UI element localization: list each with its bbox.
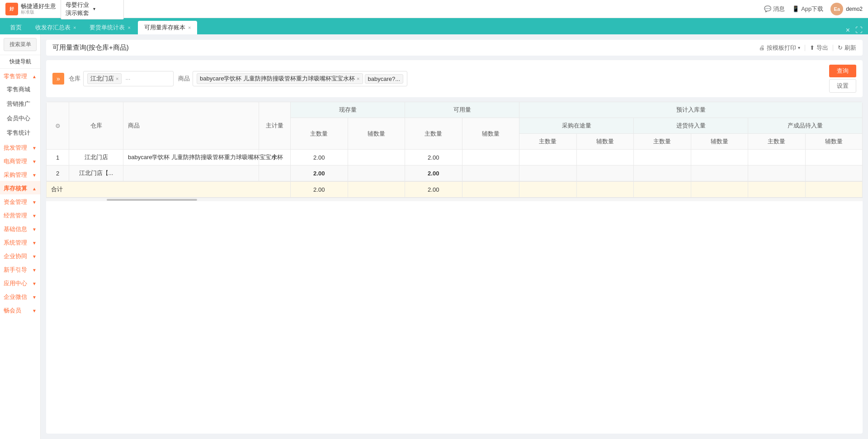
row-pur-transit-aux [576,150,634,165]
tab-close-available[interactable]: × [188,25,191,30]
available-main-header: 主数量 [405,118,462,150]
refresh-button[interactable]: ↻ 刷新 [838,44,856,52]
sidebar-section-operations[interactable]: 经营管理 ▼ [0,208,40,222]
download-icon: 📱 [792,5,799,12]
row-prod-pending-aux-subtotal [805,165,863,182]
user-menu[interactable]: Ea demo2 [830,3,863,15]
inc-pending-aux-header: 辅数量 [691,134,748,150]
sidebar-section-system[interactable]: 系统管理 ▼ [0,235,40,249]
row-product: babycare学饮杯 儿童防摔防撞吸管杯重力球吸嘴杯宝宝水杯 [123,150,259,165]
export-button[interactable]: ⬆ 导出 [810,44,828,52]
warehouse-input[interactable]: 江北门店 × ··· [83,71,174,86]
print-button[interactable]: 🖨 按模板打印 ▾ [759,44,800,52]
product-tag-1: babycare学饮杯 儿童防摔防撞吸管杯重力球吸嘴杯宝宝水杯 × [197,73,363,84]
top-bar: 好 畅捷通好生意 标准版 母婴行业演示账套 ▾ 💬 消息 📱 App下载 Ea … [0,0,868,18]
page-title: 可用量查询(按仓库+商品) [52,43,129,52]
top-bar-left: 好 畅捷通好生意 标准版 母婴行业演示账套 ▾ [5,0,124,19]
table-row: 1 江北门店 babycare学饮杯 儿童防摔防撞吸管杯重力球吸嘴杯宝宝水杯 个… [47,150,863,165]
warehouse-tag: 江北门店 × [87,73,122,84]
message-button[interactable]: 💬 消息 [764,5,785,13]
summary-inc-pending-aux [691,181,748,198]
summary-pur-transit-main [519,181,577,198]
row-available-main-subtotal: 2.00 [405,165,462,182]
sidebar-search-area: 搜索菜单 [0,34,40,55]
scrollbar-thumb[interactable] [107,199,197,201]
sidebar-section-enterprise[interactable]: 企业协同 ▼ [0,249,40,262]
row-prod-pending-aux [805,150,863,165]
app-download-button[interactable]: 📱 App下载 [792,5,823,13]
sidebar-section-appcenter[interactable]: 应用中心 ▼ [0,276,40,289]
print-icon: 🖨 [759,44,765,51]
prod-pending-main-header: 主数量 [748,134,806,150]
product-tag-1-close[interactable]: × [357,76,359,81]
close-all-tabs-button[interactable]: × [843,26,853,34]
warehouse-tag-close[interactable]: × [116,76,118,81]
product-input[interactable]: babycare学饮杯 儿童防摔防撞吸管杯重力球吸嘴杯宝宝水杯 × babyca… [193,71,407,86]
sidebar: 搜索菜单 快捷导航 零售管理 ▲ 零售商城 营销推广 会员中心 零售统计 批发管… [0,34,41,439]
row-inc-pending-aux [691,150,748,165]
warehouse-more-button[interactable]: ··· [123,76,132,82]
page-header: 可用量查询(按仓库+商品) 🖨 按模板打印 ▾ ⬆ 导出 ↻ [46,40,863,56]
query-button[interactable]: 查询 [829,65,856,77]
tab-home[interactable]: 首页 [4,21,28,34]
row-unit-subtotal [259,165,291,182]
main-content: 可用量查询(按仓库+商品) 🖨 按模板打印 ▾ ⬆ 导出 ↻ [41,34,868,439]
sidebar-item-marketing[interactable]: 营销推广 [0,97,40,111]
row-warehouse-subtotal: 江北门店【... [69,165,123,182]
summary-prod-pending-aux [805,181,863,198]
scrollbar-area [46,198,863,201]
search-menu-button[interactable]: 搜索菜单 [4,38,37,51]
sidebar-item-retail-shop[interactable]: 零售商城 [0,82,40,97]
chevron-down-icon: ▾ [798,45,800,50]
industry-selector[interactable]: 母婴行业演示账套 ▾ [61,0,124,19]
tab-receive[interactable]: 收发存汇总表 × [29,21,82,34]
available-header: 可用量 [405,102,519,118]
tab-order[interactable]: 要货单统计表 × [83,21,137,34]
row-inc-pending-main [634,150,691,165]
sidebar-section-finance[interactable]: 资金管理 ▼ [0,194,40,208]
sidebar-item-retail-stats[interactable]: 零售统计 [0,126,40,140]
maximize-button[interactable]: ⛶ [854,26,864,34]
prod-pending-aux-header: 辅数量 [805,134,863,150]
settings-button[interactable]: 设置 [829,79,856,93]
table-row-subtotal: 2 江北门店【... 2.00 2.00 [47,165,863,182]
quick-nav-button[interactable]: 快捷导航 [0,55,40,69]
table-settings-icon[interactable]: ⚙ [55,123,61,129]
filter-toggle-button[interactable]: » [52,73,64,85]
row-current-aux [348,150,405,165]
logo-icon: 好 [5,3,18,15]
tab-close-order[interactable]: × [127,25,130,30]
sidebar-item-members[interactable]: 会员中心 [0,111,40,126]
main-layout: 搜索菜单 快捷导航 零售管理 ▲ 零售商城 营销推广 会员中心 零售统计 批发管… [0,34,868,439]
logo-area: 好 畅捷通好生意 标准版 [5,3,56,15]
table-scroll: ⚙ 仓库 商品 主计量 现存量 可用量 预计入库量 主数量 [46,102,863,198]
sidebar-section-inventory[interactable]: 库存核算 ▲ [0,181,40,194]
nav-tabs: 首页 收发存汇总表 × 要货单统计表 × 可用量库存账本 × × ⛶ [0,18,868,34]
row-current-main: 2.00 [291,150,348,165]
sidebar-section-newuser[interactable]: 新手引导 ▼ [0,262,40,276]
row-product-subtotal [123,165,259,182]
sidebar-section-basic[interactable]: 基础信息 ▼ [0,222,40,235]
sidebar-section-vip[interactable]: 畅会员 ▼ [0,303,40,316]
pur-transit-main-header: 主数量 [519,134,577,150]
row-available-aux-subtotal [462,165,519,182]
pur-transit-aux-header: 辅数量 [576,134,634,150]
sidebar-section-wholesale[interactable]: 批发管理 ▼ [0,140,40,154]
tab-close-receive[interactable]: × [73,25,76,30]
row-prod-pending-main-subtotal [748,165,806,182]
summary-current-aux [348,181,405,198]
sidebar-section-purchase[interactable]: 采购管理 ▼ [0,167,40,181]
tab-available[interactable]: 可用量库存账本 × [138,21,197,34]
summary-current-main: 2.00 [291,181,348,198]
sidebar-section-retail[interactable]: 零售管理 ▲ [0,69,40,82]
warehouse-filter: 仓库 江北门店 × ··· [69,71,174,86]
sidebar-section-wechat[interactable]: 企业微信 ▼ [0,289,40,303]
row-pur-transit-main-subtotal [519,165,577,182]
current-stock-header: 现存量 [291,102,405,118]
row-current-main-subtotal: 2.00 [291,165,348,182]
sidebar-section-ecommerce[interactable]: 电商管理 ▼ [0,154,40,167]
product-filter: 商品 babycare学饮杯 儿童防摔防撞吸管杯重力球吸嘴杯宝宝水杯 × bab… [178,71,407,86]
product-tag-2: babycare?... [365,74,404,84]
table-container: ⚙ 仓库 商品 主计量 现存量 可用量 预计入库量 主数量 [46,102,863,434]
summary-label: 合计 [47,181,291,198]
